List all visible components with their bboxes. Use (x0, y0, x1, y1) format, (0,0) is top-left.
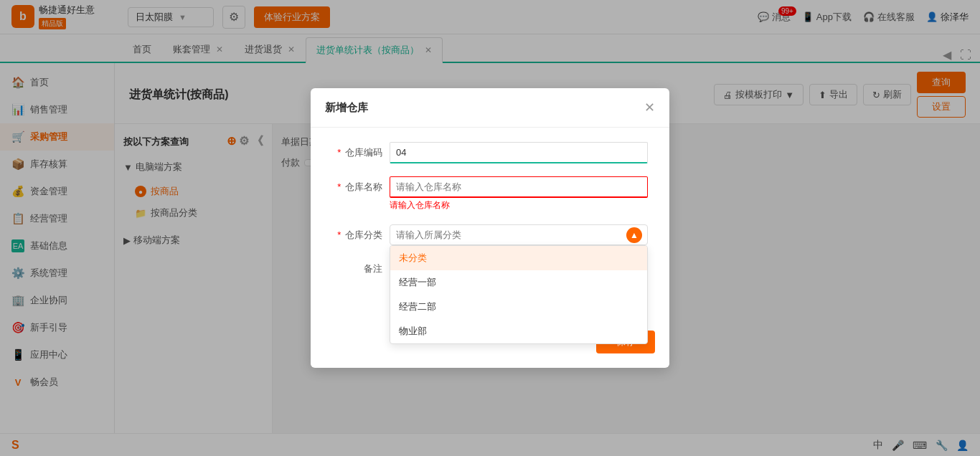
code-label: * 仓库编码 (332, 142, 382, 159)
category-label: * 仓库分类 (332, 224, 382, 242)
form-row-code: * 仓库编码 (332, 142, 648, 163)
name-error-message: 请输入仓库名称 (390, 199, 648, 212)
form-row-name: * 仓库名称 请输入仓库名称 (332, 176, 648, 212)
overlay: 新增仓库 ✕ * 仓库编码 * 仓库名称 (0, 0, 980, 456)
dropdown-item-property[interactable]: 物业部 (390, 319, 647, 343)
name-label: * 仓库名称 (332, 176, 382, 194)
dialog-body: * 仓库编码 * 仓库名称 请输入仓库名称 (311, 128, 669, 323)
code-input[interactable] (390, 142, 648, 163)
dialog-close-icon[interactable]: ✕ (644, 100, 655, 115)
dialog-header: 新增仓库 ✕ (311, 88, 669, 128)
code-input-wrap (390, 142, 648, 163)
category-input[interactable] (390, 224, 648, 245)
remark-label: 备注 (332, 258, 382, 275)
required-star-cat: * (337, 229, 341, 240)
required-star: * (337, 147, 341, 158)
category-input-wrap: ▲ 未分类 经营一部 经营二部 物业部 (390, 224, 648, 245)
form-row-category: * 仓库分类 ▲ 未分类 经营一部 经营二部 物业部 (332, 224, 648, 245)
required-star-name: * (337, 181, 341, 192)
dropdown-item-unclassified[interactable]: 未分类 (390, 246, 647, 270)
name-input[interactable] (390, 176, 648, 198)
dialog-add-warehouse: 新增仓库 ✕ * 仓库编码 * 仓库名称 (311, 88, 669, 368)
category-dropdown: 未分类 经营一部 经营二部 物业部 (390, 245, 648, 344)
category-toggle-icon[interactable]: ▲ (626, 227, 642, 243)
dropdown-item-dept1[interactable]: 经营一部 (390, 270, 647, 295)
name-input-wrap: 请输入仓库名称 (390, 176, 648, 212)
dialog-title: 新增仓库 (325, 101, 368, 115)
dropdown-item-dept2[interactable]: 经营二部 (390, 295, 647, 319)
